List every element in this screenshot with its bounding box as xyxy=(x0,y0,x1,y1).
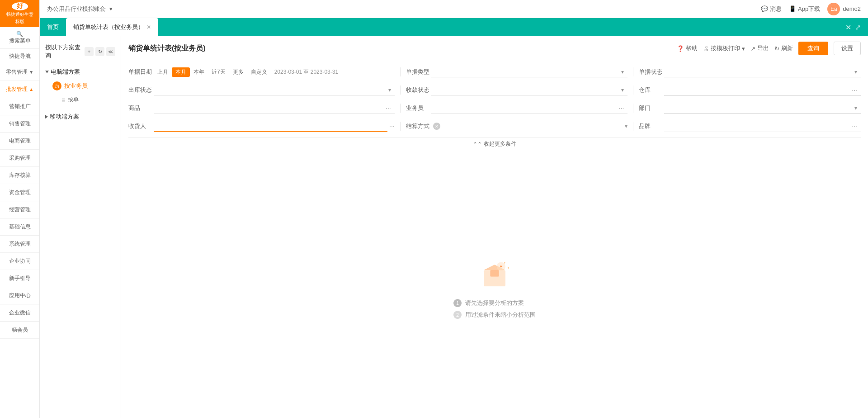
consignee-input[interactable] xyxy=(154,121,387,132)
tree-item-icon-order: ≡ xyxy=(61,96,65,104)
breadcrumb-app-name: 办公用品行业模拟账套 xyxy=(47,5,106,13)
sidebar-item-enterprise[interactable]: 企业协同 xyxy=(0,253,39,270)
tab-bar-right: ✕ ⤢ xyxy=(845,23,868,32)
date-btn-last-month[interactable]: 上月 xyxy=(154,67,172,77)
sidebar-search[interactable]: 🔍 搜索菜单 xyxy=(0,27,39,49)
tab-bar: 首页 销货单统计表（按业务员） ✕ ✕ ⤢ xyxy=(40,18,868,36)
tree-parent-mobile[interactable]: 移动端方案 xyxy=(40,110,121,124)
divider-8 xyxy=(633,122,633,131)
filter-doc-status-select[interactable]: ▾ xyxy=(664,67,861,77)
brand-dots-icon[interactable]: ··· xyxy=(852,123,857,130)
template-print-button[interactable]: 🖨 按模板打印 ▾ xyxy=(703,44,745,52)
sidebar-item-sales[interactable]: 销售管理 xyxy=(0,115,39,133)
sidebar: 好 畅捷通好生意 标版 🔍 搜索菜单 快捷导航 零售管理 ▼ 批发管理 ▲ 营销… xyxy=(0,0,40,418)
refresh-button[interactable]: ↻ 刷新 xyxy=(774,44,793,52)
sidebar-search-label: 搜索菜单 xyxy=(0,37,39,45)
user-menu[interactable]: Ea demo2 xyxy=(827,3,861,15)
help-label: 帮助 xyxy=(686,44,698,52)
sidebar-item-wechat[interactable]: 企业微信 xyxy=(0,304,39,322)
left-panel-icons: + ↻ ≪ xyxy=(85,47,115,56)
add-scheme-button[interactable]: + xyxy=(85,47,94,56)
sidebar-item-basic[interactable]: 基础信息 xyxy=(0,218,39,236)
collapse-filters-button[interactable]: ⌃⌃ 收起更多条件 xyxy=(128,137,861,151)
sidebar-item-label-purchase: 采购管理 xyxy=(9,155,31,161)
sidebar-item-finance[interactable]: 资金管理 xyxy=(0,184,39,201)
tree-item-by-order[interactable]: ≡ 按单 xyxy=(40,93,121,106)
tab-close-icon[interactable]: ✕ xyxy=(146,24,151,30)
sidebar-item-inventory[interactable]: 库存核算 xyxy=(0,167,39,184)
filter-outbound-select[interactable]: ▾ xyxy=(154,85,395,95)
filter-area: 单据日期 上月 本月 本年 近7天 更多 自定义 2023-03-01 至 20… xyxy=(121,59,868,156)
filter-salesperson-field: 业务员 ··· xyxy=(406,101,628,115)
export-button[interactable]: ↗ 导出 xyxy=(750,44,769,52)
sidebar-item-purchase[interactable]: 采购管理 xyxy=(0,150,39,167)
logo-icon: 好 xyxy=(12,2,28,10)
tab-sales-report[interactable]: 销货单统计表（按业务员） ✕ xyxy=(66,18,158,36)
salesperson-dots-icon[interactable]: ··· xyxy=(619,104,624,112)
tree-item-icon-sales: 员 xyxy=(52,81,61,90)
date-btn-custom[interactable]: 自定义 xyxy=(247,67,271,77)
consignee-dots-icon[interactable]: ··· xyxy=(389,123,395,130)
sidebar-item-label-retail: 零售管理 xyxy=(6,69,28,75)
filter-product-label: 商品 xyxy=(128,104,154,112)
sidebar-item-marketing[interactable]: 营销推广 xyxy=(0,98,39,115)
date-btn-this-month[interactable]: 本月 xyxy=(172,67,190,77)
filter-department-field: 部门 ▾ xyxy=(639,101,861,115)
filter-department-select[interactable]: ▾ xyxy=(664,103,861,114)
sidebar-item-wholesale[interactable]: 批发管理 ▲ xyxy=(0,81,39,98)
date-btn-this-year[interactable]: 本年 xyxy=(190,67,208,77)
filter-payment-label: 收款状态 xyxy=(406,86,431,94)
settlement-clear-icon[interactable]: ✕ xyxy=(433,123,440,130)
query-button[interactable]: 查询 xyxy=(798,42,828,55)
page-actions: ❓ 帮助 🖨 按模板打印 ▾ ↗ 导出 ↻ 刷新 xyxy=(677,42,861,55)
tree-item-label-sales: 按业务员 xyxy=(64,82,88,90)
sidebar-item-label-newbie: 新手引导 xyxy=(9,275,31,281)
date-btn-last-7[interactable]: 近7天 xyxy=(208,67,229,77)
refresh-label: 刷新 xyxy=(781,44,793,52)
filter-warehouse-select[interactable]: ··· xyxy=(664,85,861,96)
sidebar-item-ecommerce[interactable]: 电商管理 xyxy=(0,133,39,150)
sidebar-item-newbie[interactable]: 新手引导 xyxy=(0,270,39,287)
date-btn-more[interactable]: 更多 xyxy=(229,67,247,77)
sidebar-item-member[interactable]: 畅会员 xyxy=(0,322,39,339)
filter-brand-select[interactable]: ··· xyxy=(664,121,861,132)
filter-doc-type-select[interactable]: ▾ xyxy=(431,67,628,77)
sidebar-item-system[interactable]: 系统管理 xyxy=(0,236,39,253)
tree-item-by-sales[interactable]: 员 按业务员 xyxy=(40,79,121,93)
tree-parent-pc[interactable]: 电脑端方案 xyxy=(40,65,121,79)
sidebar-item-label-marketing: 营销推广 xyxy=(9,103,31,109)
collapse-panel-button[interactable]: ≪ xyxy=(106,47,115,56)
filter-doc-type-field: 单据类型 ▾ xyxy=(406,65,628,79)
filter-salesperson-label: 业务员 xyxy=(406,104,431,112)
filter-product-select[interactable]: ··· xyxy=(154,103,395,114)
filter-salesperson-select[interactable]: ··· xyxy=(431,103,628,114)
filter-consignee-field: 收货人 ··· xyxy=(128,119,395,133)
tree-section-mobile: 移动端方案 xyxy=(40,108,121,125)
warehouse-dots-icon[interactable]: ··· xyxy=(852,86,857,94)
sidebar-quick-nav[interactable]: 快捷导航 xyxy=(0,49,39,64)
app-download-icon: 📱 xyxy=(789,5,796,12)
tip-text-2: 用过滤条件来缩小分析范围 xyxy=(465,311,536,319)
message-button[interactable]: 💬 消息 xyxy=(761,5,782,13)
sidebar-item-apps[interactable]: 应用中心 xyxy=(0,287,39,304)
filter-doc-status-field: 单据状态 ▾ xyxy=(639,65,861,79)
filter-date-field: 单据日期 上月 本月 本年 近7天 更多 自定义 2023-03-01 至 20… xyxy=(128,65,395,79)
tab-home-label: 首页 xyxy=(47,23,59,31)
help-button[interactable]: ❓ 帮助 xyxy=(677,44,698,52)
date-range-display: 2023-03-01 至 2023-03-31 xyxy=(274,68,338,76)
filter-payment-select[interactable]: ▾ xyxy=(431,85,628,95)
tab-close-all-icon[interactable]: ✕ xyxy=(845,23,851,32)
export-icon: ↗ xyxy=(750,45,755,52)
settings-button[interactable]: 设置 xyxy=(834,42,861,55)
tab-expand-icon[interactable]: ⤢ xyxy=(855,23,861,32)
sidebar-item-operations[interactable]: 经营管理 xyxy=(0,201,39,218)
product-dots-icon[interactable]: ··· xyxy=(386,104,391,112)
breadcrumb-arrow: ▾ xyxy=(109,5,113,12)
tree-expand-icon-mobile xyxy=(45,115,48,119)
sidebar-item-retail[interactable]: 零售管理 ▼ xyxy=(0,64,39,81)
logo-text: 畅捷通好生意 xyxy=(6,11,33,18)
sidebar-item-label-member: 畅会员 xyxy=(12,327,28,333)
refresh-scheme-button[interactable]: ↻ xyxy=(95,47,104,56)
tab-home[interactable]: 首页 xyxy=(40,18,66,36)
app-download-button[interactable]: 📱 App下载 xyxy=(789,5,820,13)
